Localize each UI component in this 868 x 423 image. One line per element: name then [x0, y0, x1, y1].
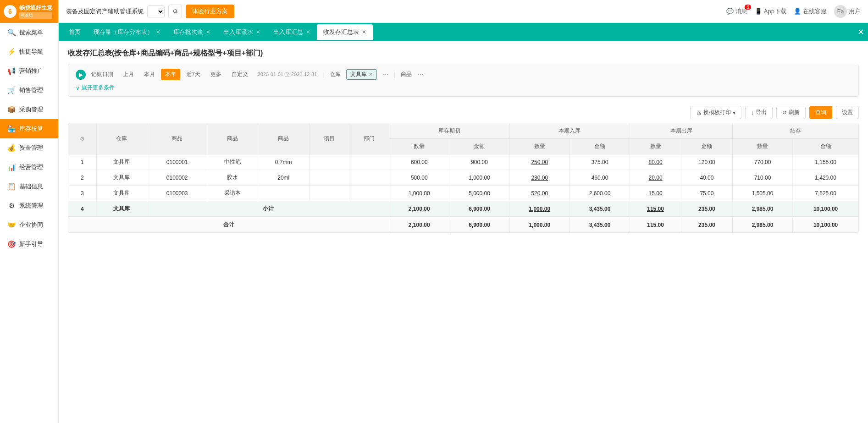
sidebar-item-operations[interactable]: 📊经营管理	[0, 158, 58, 177]
logo-icon: 6	[4, 5, 17, 18]
sidebar-item-search[interactable]: 🔍搜索菜单	[0, 23, 58, 42]
print-chevron-icon: ▾	[733, 110, 735, 116]
sidebar-item-purchase[interactable]: 📦采购管理	[0, 100, 58, 119]
cell-open-amt: 1,000.00	[449, 170, 509, 186]
total-out-qty: 115.00	[630, 217, 681, 232]
tab-close-recv-send-summary[interactable]: ✕	[362, 29, 366, 35]
cell-out-amt: 75.00	[681, 186, 733, 201]
sidebar-item-quick-nav[interactable]: ⚡快捷导航	[0, 42, 58, 61]
table-settings-icon[interactable]: ⚙	[80, 136, 85, 142]
date-btn-上月[interactable]: 上月	[119, 69, 138, 80]
th-settings: ⚙	[68, 123, 96, 154]
total-in-amt: 3,435.00	[569, 217, 630, 232]
tab-label-in-out-flow: 出入库流水	[223, 28, 253, 36]
tab-stock-dist[interactable]: 现存量（库存分布表）✕	[87, 24, 167, 40]
tab-label-stock-dist: 现存量（库存分布表）	[94, 28, 153, 36]
message-badge: 6	[745, 5, 751, 10]
tab-label-batch-ledger: 库存批次账	[173, 28, 203, 36]
date-filter-label: 记账日期	[91, 71, 113, 78]
cell-code: 0100002	[147, 170, 207, 186]
query-button[interactable]: 查询	[809, 106, 832, 119]
sidebar-item-label: 采购管理	[19, 105, 43, 114]
tab-label-recv-send-summary: 收发存汇总表	[323, 28, 359, 36]
user-avatar-item[interactable]: Ea 用户	[834, 5, 861, 18]
cell-spec: 0.7mm	[258, 154, 309, 170]
tab-batch-ledger[interactable]: 库存批次账✕	[167, 24, 217, 40]
query-label: 查询	[815, 109, 826, 116]
warehouse-more[interactable]: ···	[382, 71, 388, 79]
topbar: 装备及固定资产辅助管理系统 ⚙ 体验行业方案 💬 消息 6 📱 App下载 👤 …	[59, 0, 868, 23]
print-button[interactable]: 🖨 换模板打印 ▾	[690, 106, 741, 119]
sidebar-item-guide[interactable]: 🎯新手引导	[0, 235, 58, 254]
page-content: 收发存汇总表(按仓库+商品编码+商品+规格型号+项目+部门) ▶ 记账日期 上月…	[59, 41, 868, 423]
warehouse-tag: 文具库 ✕	[346, 69, 377, 80]
export-button[interactable]: ↓ 导出	[745, 106, 773, 119]
print-icon: 🖨	[696, 110, 702, 116]
tab-home[interactable]: 首页	[62, 24, 87, 40]
sidebar-item-system[interactable]: ⚙系统管理	[0, 196, 58, 215]
filter-divider-2: |	[394, 71, 395, 78]
sidebar-item-base-info[interactable]: 📋基础信息	[0, 177, 58, 196]
date-btn-更多[interactable]: 更多	[206, 69, 226, 80]
goods-more[interactable]: ···	[417, 71, 423, 79]
online-service-item[interactable]: 👤 在线客服	[794, 7, 827, 16]
cell-no: 3	[68, 186, 96, 201]
sidebar-item-label: 搜索菜单	[19, 28, 43, 37]
message-icon-item[interactable]: 💬 消息 6	[726, 7, 747, 16]
tab-in-out-summary[interactable]: 出入库汇总✕	[267, 24, 317, 40]
sidebar-item-sales[interactable]: 🛒销售管理	[0, 81, 58, 100]
cell-in-qty[interactable]: 250.00	[509, 154, 569, 170]
tab-close-stock-dist[interactable]: ✕	[156, 29, 160, 35]
tab-close-in-out-flow[interactable]: ✕	[256, 29, 260, 35]
cell-code: 0100001	[147, 154, 207, 170]
th-name: 商品	[207, 123, 258, 154]
cell-name: 采访本	[207, 186, 258, 201]
date-btn-本月[interactable]: 本月	[140, 69, 159, 80]
th-in-qty: 数量	[509, 139, 569, 154]
cell-open-qty: 500.00	[389, 170, 449, 186]
tab-close-in-out-summary[interactable]: ✕	[306, 29, 310, 35]
th-out-amt: 金额	[681, 139, 733, 154]
cell-no: 1	[68, 154, 96, 170]
tab-in-out-flow[interactable]: 出入库流水✕	[217, 24, 267, 40]
cell-in-qty[interactable]: 230.00	[509, 170, 569, 186]
cell-out-qty[interactable]: 20.00	[630, 170, 681, 186]
table-row: 1 文具库 0100001 中性笔 0.7mm 600.00 900.00 25…	[68, 154, 858, 170]
sidebar-item-collab[interactable]: 🤝企业协同	[0, 215, 58, 235]
tabbar-close-all[interactable]: ✕	[857, 27, 864, 37]
date-btn-自定义[interactable]: 自定义	[227, 69, 252, 80]
tab-close-batch-ledger[interactable]: ✕	[206, 29, 210, 35]
inventory-icon: 🏪	[7, 125, 16, 133]
gear-button[interactable]: ⚙	[168, 5, 182, 18]
th-open-qty: 数量	[389, 139, 449, 154]
settings-button[interactable]: 设置	[836, 106, 859, 119]
sidebar-item-label: 经营管理	[19, 163, 43, 171]
expand-more-btn[interactable]: ∨ 展开更多条件	[76, 84, 115, 92]
sidebar-item-finance[interactable]: 💰资金管理	[0, 138, 58, 158]
sidebar-item-inventory[interactable]: 🏪库存核算	[0, 119, 58, 138]
expand-row: ∨ 展开更多条件	[76, 84, 851, 92]
tabbar: 首页现存量（库存分布表）✕库存批次账✕出入库流水✕出入库汇总✕收发存汇总表✕✕	[59, 23, 868, 41]
cell-out-qty[interactable]: 80.00	[630, 154, 681, 170]
date-btn-近7天[interactable]: 近7天	[182, 69, 205, 80]
app-download-item[interactable]: 📱 App下载	[755, 7, 786, 16]
tab-recv-send-summary[interactable]: 收发存汇总表✕	[317, 24, 373, 40]
trial-button[interactable]: 体验行业方案	[186, 5, 234, 18]
date-buttons: 上月本月本年近7天更多自定义	[119, 69, 252, 80]
cell-out-qty[interactable]: 15.00	[630, 186, 681, 201]
subtotal-bal-qty: 2,985.00	[732, 201, 792, 217]
quick-nav-icon: ⚡	[7, 48, 16, 56]
cell-open-qty: 1,000.00	[389, 186, 449, 201]
date-btn-本年[interactable]: 本年	[161, 69, 180, 80]
sidebar-item-label: 库存核算	[19, 125, 43, 133]
cell-open-amt: 900.00	[449, 154, 509, 170]
topbar-right: 💬 消息 6 📱 App下载 👤 在线客服 Ea 用户	[726, 5, 861, 18]
sidebar-item-label: 系统管理	[19, 202, 43, 210]
sidebar-item-marketing[interactable]: 📢营销推广	[0, 61, 58, 81]
cell-in-qty[interactable]: 520.00	[509, 186, 569, 201]
refresh-button[interactable]: ↺ 刷新	[776, 106, 806, 119]
warehouse-tag-close[interactable]: ✕	[369, 71, 373, 77]
system-select[interactable]	[147, 5, 165, 17]
subtotal-bal-amt: 10,100.00	[793, 201, 858, 217]
filter-arrow[interactable]: ▶	[76, 70, 86, 80]
